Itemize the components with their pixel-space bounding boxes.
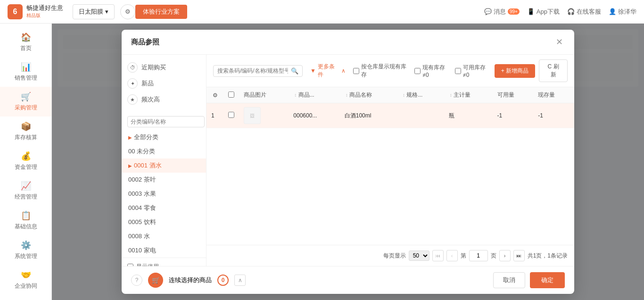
category-drinks-label: 0005 饮料: [128, 218, 156, 226]
modal-toolbar: 🔍 ▼ 更多条件 ∧ 按仓库显示现有库存: [206, 55, 574, 87]
page-prev-btn[interactable]: ‹: [446, 250, 458, 261]
sidebar-item-basic-info[interactable]: 📋 基础信息: [0, 206, 51, 235]
nav-dropdown-label: 日太阳膜: [79, 8, 103, 16]
th-code-label: 商品...: [298, 92, 314, 98]
sidebar-item-system[interactable]: ⚙️ 系统管理: [0, 235, 51, 265]
warehouse-stock-checkbox[interactable]: [353, 68, 359, 74]
category-appliances[interactable]: 0010 家电: [122, 243, 206, 258]
checkbox-nonzero-label: 现有库存≠0: [422, 64, 450, 78]
product-search-input[interactable]: [217, 67, 288, 74]
table-row[interactable]: 1 🖼: [206, 103, 574, 128]
row-checkbox[interactable]: [228, 112, 234, 118]
sort-code-icon: ↕: [294, 92, 297, 98]
category-all[interactable]: ▶ 全部分类: [122, 130, 206, 144]
system-icon: ⚙️: [21, 240, 31, 250]
online-support-btn[interactable]: 🎧 在线客服: [567, 8, 601, 16]
total-info: 共1页，1条记录: [528, 252, 568, 260]
sidebar-item-home[interactable]: 🏠 首页: [0, 27, 51, 57]
sidebar-item-inventory[interactable]: 📦 库存核算: [0, 117, 51, 146]
category-water[interactable]: 0008 水: [122, 229, 206, 243]
th-unit[interactable]: ↕ 主计量: [444, 87, 493, 103]
available-nonzero-checkbox[interactable]: [455, 68, 461, 74]
app-download-label: App下载: [537, 8, 560, 16]
confirm-btn[interactable]: 确定: [530, 272, 565, 288]
messages-label: 消息: [494, 8, 506, 16]
content-area: 商品参照 ✕ ⏱ 近期购买 ✦ 新品: [52, 24, 644, 300]
sales-icon: 📊: [21, 62, 31, 72]
sidebar-item-finance[interactable]: 💰 资金管理: [0, 146, 51, 176]
page-size-select[interactable]: 50: [409, 250, 429, 261]
headset-icon: 🎧: [567, 8, 575, 15]
modal-close-button[interactable]: ✕: [553, 36, 565, 48]
category-liquor[interactable]: ▶ 0001 酒水: [122, 158, 206, 173]
th-settings[interactable]: ⚙: [206, 87, 223, 103]
new-icon: ✦: [127, 78, 138, 89]
checkbox-available-nonzero[interactable]: 可用库存≠0: [455, 64, 491, 78]
th-available-label: 可用量: [497, 92, 514, 98]
modal-footer: ? 🛒 连续选择的商品 0 ∧ 取消 确定: [122, 266, 574, 294]
category-tea[interactable]: 0002 茶叶: [122, 173, 206, 187]
sidebar: 🏠 首页 📊 销售管理 🛒 采购管理 📦 库存核算 💰 资金管理 📈 经营管理 …: [0, 24, 52, 300]
enterprise-icon: 🤝: [21, 270, 31, 280]
gear-button[interactable]: ⚙: [120, 4, 135, 19]
user-profile[interactable]: 👤 徐泽华: [609, 8, 636, 16]
sidebar-item-inventory-label: 库存核算: [15, 133, 37, 142]
sidebar-item-guide[interactable]: 🎯 新手引导: [0, 295, 51, 300]
add-product-btn[interactable]: + 新增商品: [495, 64, 535, 78]
th-name[interactable]: ↕ 商品名称: [340, 87, 397, 103]
page-next-btn[interactable]: ›: [499, 250, 511, 261]
cancel-btn[interactable]: 取消: [493, 272, 525, 288]
sidebar-item-sales[interactable]: 📊 销售管理: [0, 57, 51, 87]
home-icon: 🏠: [21, 32, 31, 42]
category-snacks[interactable]: 0004 零食: [122, 201, 206, 215]
message-icon: 💬: [484, 8, 492, 15]
category-uncategorized[interactable]: 00 未分类: [122, 144, 206, 158]
category-search-input[interactable]: [127, 116, 205, 127]
th-unit-label: 主计量: [454, 92, 471, 98]
product-reference-modal: 商品参照 ✕ ⏱ 近期购买 ✦ 新品: [122, 30, 574, 294]
quick-frequent[interactable]: ★ 频次高: [122, 92, 206, 108]
quick-recent-purchase[interactable]: ⏱ 近期购买: [122, 59, 206, 75]
help-icon[interactable]: ?: [131, 275, 142, 286]
th-spec[interactable]: ↕ 规格...: [397, 87, 444, 103]
quick-recent-label: 近期购买: [141, 63, 166, 72]
search-icon[interactable]: 🔍: [291, 67, 298, 75]
th-select[interactable]: [223, 87, 239, 103]
sidebar-item-purchase[interactable]: 🛒 采购管理: [0, 87, 51, 117]
sidebar-item-operations[interactable]: 📈 经营管理: [0, 176, 51, 206]
category-drinks[interactable]: 0005 饮料: [122, 215, 206, 229]
sidebar-item-purchase-label: 采购管理: [15, 104, 37, 112]
quick-new-product[interactable]: ✦ 新品: [122, 75, 206, 92]
checkbox-nonzero-stock[interactable]: 现有库存≠0: [414, 64, 450, 78]
page-input[interactable]: [469, 250, 488, 261]
refresh-btn[interactable]: C 刷新: [539, 59, 568, 82]
checkbox-warehouse-stock[interactable]: 按仓库显示现有库存: [353, 63, 410, 79]
avatar-icon: 👤: [609, 8, 616, 15]
show-disabled-label: 显示停用: [136, 263, 159, 266]
category-water-label: 0008 水: [128, 232, 150, 241]
nonzero-stock-checkbox[interactable]: [414, 68, 421, 74]
select-all-checkbox[interactable]: [228, 92, 234, 98]
page-first-btn[interactable]: ⏮: [432, 250, 444, 261]
page-size-label: 每页显示: [383, 252, 406, 260]
experience-btn[interactable]: 体验行业方案: [135, 5, 187, 19]
category-fruit[interactable]: 0003 水果: [122, 187, 206, 201]
nav-dropdown[interactable]: 日太阳膜 ▾: [73, 4, 115, 19]
sidebar-footer: 显示停用: [122, 258, 206, 266]
filter-btn[interactable]: ▼ 更多条件 ∧: [306, 61, 349, 81]
app-download-btn[interactable]: 📱 App下载: [527, 8, 560, 16]
settings-icon: ⚙: [213, 92, 218, 99]
row-checkbox-cell[interactable]: [223, 103, 239, 128]
page-last-btn[interactable]: ⏭: [513, 250, 525, 261]
modal-title: 商品参照: [131, 38, 159, 47]
expand-liquor-icon: ▶: [128, 163, 132, 168]
th-image-label: 商品图片: [244, 92, 266, 98]
collapse-cart-btn[interactable]: ∧: [234, 275, 246, 286]
sidebar-item-enterprise[interactable]: 🤝 企业协同: [0, 265, 51, 295]
th-stock: 现存量: [533, 87, 574, 103]
th-code[interactable]: ↕ 商品...: [289, 87, 339, 103]
messages-btn[interactable]: 💬 消息 99+: [484, 8, 520, 16]
row-unit: 瓶: [444, 103, 493, 128]
category-tea-label: 0002 茶叶: [128, 175, 156, 184]
cart-icon[interactable]: 🛒: [148, 273, 163, 288]
